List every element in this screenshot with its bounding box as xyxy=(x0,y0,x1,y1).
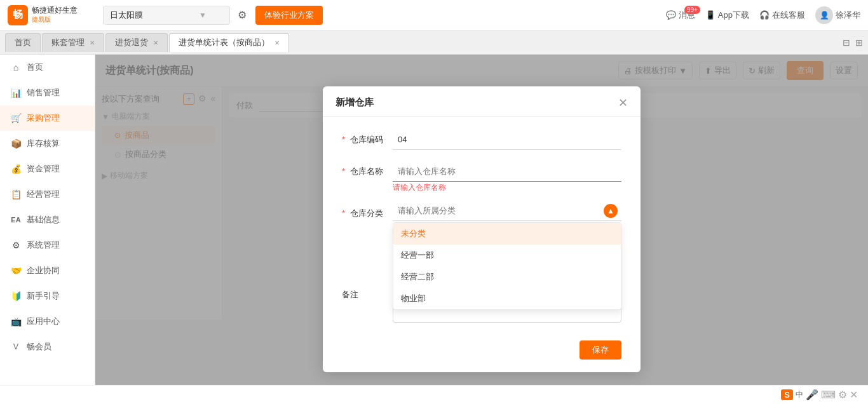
gear-button[interactable]: ⚙ xyxy=(235,6,249,24)
dropdown-item-dept2[interactable]: 经营二部 xyxy=(393,266,621,288)
headset-icon: 🎧 xyxy=(759,10,770,20)
tab-purchase-stats[interactable]: 进货单统计表（按商品） ✕ xyxy=(169,33,289,52)
user-profile-btn[interactable]: 👤 徐泽华 xyxy=(815,6,860,24)
avatar-icon: 👤 xyxy=(820,11,829,20)
code-label: * 仓库编码 xyxy=(342,130,393,145)
sidebar-operation-label: 经营管理 xyxy=(27,189,60,200)
sidebar-item-finance[interactable]: 💰 资金管理 xyxy=(0,156,95,182)
dropdown-item-dept1[interactable]: 经营一部 xyxy=(393,245,621,266)
sidebar-item-purchase[interactable]: 🛒 采购管理 xyxy=(0,105,95,131)
sidebar-finance-label: 资金管理 xyxy=(27,163,60,175)
sidebar-item-vip[interactable]: V 畅会员 xyxy=(0,334,95,360)
bottom-keyboard-icon[interactable]: ⌨ xyxy=(821,389,836,401)
category-dropdown-arrow[interactable]: ▲ xyxy=(604,204,618,218)
sidebar-item-basic-info[interactable]: EA 基础信息 xyxy=(0,207,95,232)
modal-overlay[interactable]: 新增仓库 ✕ * 仓库编码 * xyxy=(95,55,868,404)
message-btn[interactable]: 💬 消息 99+ xyxy=(666,10,695,21)
sidebar-home-label: 首页 xyxy=(27,62,43,73)
note-label: 备注 xyxy=(342,285,393,300)
tab-account-label: 账套管理 xyxy=(51,37,85,48)
sidebar-system-label: 系统管理 xyxy=(27,239,60,251)
logo-area: 畅 畅捷通好生意 捷易版 xyxy=(8,5,103,25)
sidebar-item-cooperation[interactable]: 🤝 企业协同 xyxy=(0,258,95,283)
sidebar-item-app[interactable]: 📺 应用中心 xyxy=(0,309,95,334)
tab-bar: 首页 账套管理 ✕ 进货退货 ✕ 进货单统计表（按商品） ✕ ⊟ ⊞ xyxy=(0,30,868,55)
app-center-icon: 📺 xyxy=(10,316,22,327)
dialog-header: 新增仓库 ✕ xyxy=(323,86,641,117)
bottom-brand-text: 中 xyxy=(796,389,803,400)
search-input[interactable] xyxy=(110,10,199,20)
bottom-close-icon[interactable]: ✕ xyxy=(850,389,858,401)
dropdown-arrow-icon: ▼ xyxy=(199,11,207,20)
dropdown-item-property[interactable]: 物业部 xyxy=(393,288,621,309)
username-label: 徐泽华 xyxy=(836,10,860,21)
form-row-name: * 仓库名称 请输入仓库名称 xyxy=(342,161,621,182)
trial-button[interactable]: 体验行业方案 xyxy=(255,6,323,25)
app-icon: 📱 xyxy=(705,10,715,20)
name-input[interactable] xyxy=(393,161,621,182)
inventory-icon: 📦 xyxy=(10,138,22,149)
message-icon: 💬 xyxy=(666,10,676,20)
sidebar-vip-label: 畅会员 xyxy=(27,341,51,353)
vip-icon: V xyxy=(10,341,22,353)
header-search-area: ▼ ⚙ 体验行业方案 xyxy=(103,6,666,25)
form-row-category: * 仓库分类 ▲ 未分类 经营一部 经营二部 物业部 xyxy=(342,201,621,221)
sidebar-basic-info-label: 基础信息 xyxy=(27,214,60,226)
tab-purchase-return-close[interactable]: ✕ xyxy=(153,39,158,46)
bottom-s-logo: S xyxy=(781,389,793,400)
dialog-footer: 保存 xyxy=(323,340,641,360)
bottom-bar: S 中 🎤 ⌨ ⚙ ✕ xyxy=(0,385,868,404)
logo-icon: 畅 xyxy=(8,5,28,25)
sidebar-item-inventory[interactable]: 📦 库存核算 xyxy=(0,131,95,156)
app-download-btn[interactable]: 📱 App下载 xyxy=(705,10,749,21)
code-input[interactable] xyxy=(393,130,621,150)
name-label: * 仓库名称 xyxy=(342,161,393,177)
sidebar-item-home[interactable]: ⌂ 首页 xyxy=(0,55,95,80)
tab-home-label: 首页 xyxy=(15,37,31,48)
header-right: 💬 消息 99+ 📱 App下载 🎧 在线客服 👤 徐泽华 xyxy=(666,6,860,24)
sidebar-item-sales[interactable]: 📊 销售管理 xyxy=(0,80,95,105)
category-dropdown-list: 未分类 经营一部 经营二部 物业部 xyxy=(393,222,621,310)
tab-purchase-stats-label: 进货单统计表（按商品） xyxy=(179,37,269,48)
sidebar-item-system[interactable]: ⚙ 系统管理 xyxy=(0,232,95,258)
guide-icon: 🔰 xyxy=(10,290,22,302)
sidebar-guide-label: 新手引导 xyxy=(27,290,60,302)
system-icon: ⚙ xyxy=(10,239,22,251)
dialog-body: * 仓库编码 * 仓库名称 请输入仓库名称 xyxy=(323,117,641,340)
app-label: App下载 xyxy=(718,10,749,21)
dialog-add-warehouse: 新增仓库 ✕ * 仓库编码 * xyxy=(323,86,641,372)
sidebar-item-guide[interactable]: 🔰 新手引导 xyxy=(0,283,95,309)
tab-purchase-return-label: 进货退货 xyxy=(115,37,148,48)
sidebar-cooperation-label: 企业协同 xyxy=(27,265,60,276)
tab-expand-icon[interactable]: ⊞ xyxy=(855,37,863,48)
basic-info-icon: EA xyxy=(10,214,22,226)
tab-account-close[interactable]: ✕ xyxy=(90,39,95,46)
search-box[interactable]: ▼ xyxy=(103,6,230,25)
sidebar-item-operation[interactable]: 📋 经营管理 xyxy=(0,182,95,207)
logo-text-line2: 捷易版 xyxy=(32,15,78,24)
message-badge: 99+ xyxy=(684,6,700,14)
save-button[interactable]: 保存 xyxy=(580,340,621,360)
logo-text-line1: 畅捷通好生意 xyxy=(32,6,78,16)
tab-account[interactable]: 账套管理 ✕ xyxy=(42,33,104,52)
top-header: 畅 畅捷通好生意 捷易版 ▼ ⚙ 体验行业方案 💬 消息 99+ 📱 App下载… xyxy=(0,0,868,30)
sidebar-app-label: 应用中心 xyxy=(27,316,60,327)
bottom-settings-icon[interactable]: ⚙ xyxy=(838,389,847,401)
online-service-btn[interactable]: 🎧 在线客服 xyxy=(759,10,805,21)
purchase-icon: 🛒 xyxy=(10,112,22,124)
tab-purchase-stats-close[interactable]: ✕ xyxy=(275,39,280,46)
dialog-close-button[interactable]: ✕ xyxy=(618,97,628,109)
bottom-logo-area: S 中 🎤 ⌨ ⚙ ✕ xyxy=(781,389,858,401)
service-label: 在线客服 xyxy=(772,10,805,21)
tab-minimize-icon[interactable]: ⊟ xyxy=(843,37,850,48)
home-icon: ⌂ xyxy=(10,62,22,73)
bottom-mic-icon[interactable]: 🎤 xyxy=(806,389,818,401)
cooperation-icon: 🤝 xyxy=(10,265,22,276)
sales-icon: 📊 xyxy=(10,87,22,98)
tab-home[interactable]: 首页 xyxy=(5,33,41,52)
tab-purchase-return[interactable]: 进货退货 ✕ xyxy=(105,33,168,52)
category-input[interactable] xyxy=(393,201,621,221)
main-layout: ⌂ 首页 📊 销售管理 🛒 采购管理 📦 库存核算 💰 资金管理 📋 经营管理 … xyxy=(0,55,868,404)
form-row-code: * 仓库编码 xyxy=(342,130,621,150)
dropdown-item-uncategorized[interactable]: 未分类 xyxy=(393,223,621,245)
